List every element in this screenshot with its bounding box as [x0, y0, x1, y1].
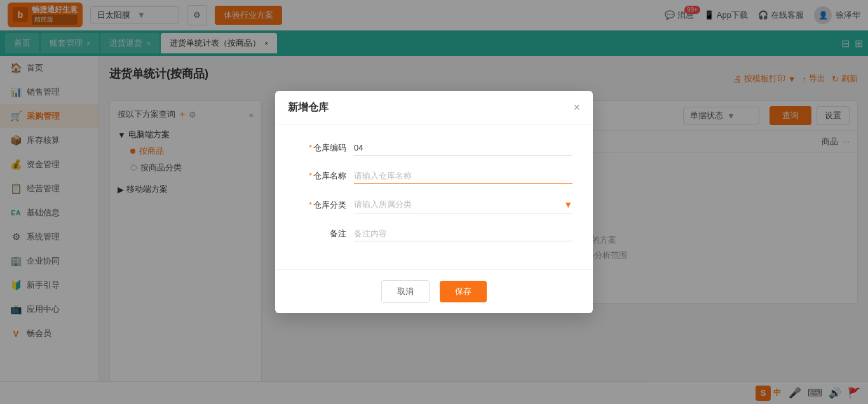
category-select[interactable]: 请输入所属分类 ▼ [354, 196, 573, 213]
modal-footer: 取消 保存 [275, 269, 593, 313]
form-row-code: *仓库编码 [295, 140, 573, 156]
modal-body: *仓库编码 *仓库名称 *仓库分类 请输入所属分类 ▼ [275, 125, 593, 269]
save-button[interactable]: 保存 [440, 281, 487, 302]
modal-close-button[interactable]: × [573, 101, 580, 114]
modal-title: 新增仓库 [288, 101, 329, 114]
form-row-remark: 备注 [295, 226, 573, 241]
required-mark-cat: * [309, 200, 312, 210]
required-mark-name: * [309, 171, 312, 180]
cancel-button[interactable]: 取消 [381, 280, 430, 303]
category-placeholder: 请输入所属分类 [354, 199, 412, 210]
form-row-category: *仓库分类 请输入所属分类 ▼ [295, 196, 573, 213]
code-label: *仓库编码 [295, 142, 346, 154]
modal-header: 新增仓库 × [275, 91, 593, 125]
form-row-name: *仓库名称 [295, 168, 573, 184]
code-input[interactable] [354, 140, 573, 156]
category-dropdown-arrow: ▼ [564, 199, 573, 210]
category-label: *仓库分类 [295, 199, 346, 211]
name-label: *仓库名称 [295, 170, 346, 182]
modal-overlay: 新增仓库 × *仓库编码 *仓库名称 *仓库分类 [0, 0, 868, 404]
name-input[interactable] [354, 168, 573, 184]
required-mark: * [309, 143, 312, 152]
remark-input[interactable] [354, 226, 573, 241]
remark-label: 备注 [295, 228, 346, 239]
new-warehouse-modal: 新增仓库 × *仓库编码 *仓库名称 *仓库分类 [275, 91, 593, 313]
